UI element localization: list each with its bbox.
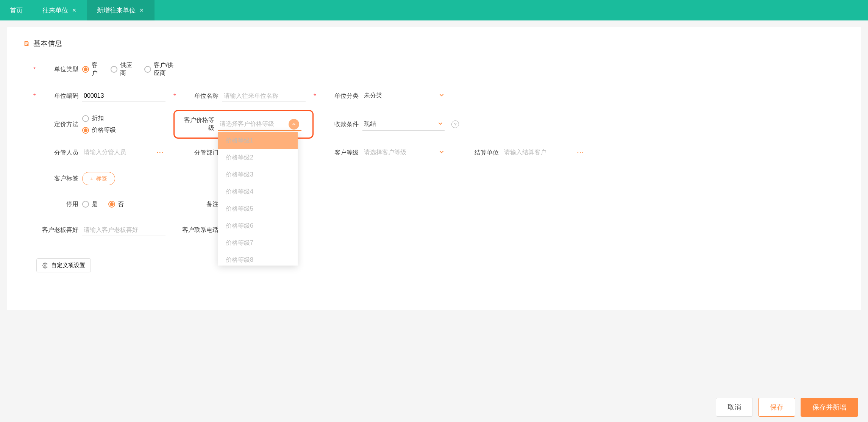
add-tag-button[interactable]: + 标签 — [82, 172, 115, 185]
chevron-down-icon — [438, 148, 445, 157]
price-level-select[interactable]: 请选择客户价格等级 价格等级1 价格等级2 价格等级3 价格等级4 价格等级5 … — [218, 118, 301, 131]
radio-supplier[interactable]: 供应商 — [111, 61, 134, 77]
label-customer-tag: 客户标签 — [39, 175, 78, 183]
manager-input[interactable]: 请输入分管人员 ··· — [82, 146, 165, 159]
tab-add-contact[interactable]: 新增往来单位 ✕ — [87, 0, 155, 20]
section-header: 基本信息 — [23, 39, 845, 48]
label-settle-unit: 结算单位 — [459, 149, 499, 157]
radio-customer[interactable]: 客户 — [82, 61, 100, 77]
more-icon[interactable]: ··· — [157, 149, 164, 156]
label-manager: 分管人员 — [39, 149, 78, 157]
unit-name-input[interactable] — [222, 90, 306, 102]
label-price-level: 客户价格等级 — [175, 116, 214, 132]
dropdown-option[interactable]: 价格等级5 — [218, 200, 298, 217]
tab-label: 新增往来单位 — [97, 6, 136, 15]
label-unit-name: 单位名称 — [179, 92, 219, 100]
tab-contacts[interactable]: 往来单位 ✕ — [33, 0, 87, 20]
radio-price-level[interactable]: 价格等级 — [82, 126, 116, 134]
label-unit-type: 单位类型 — [39, 66, 78, 73]
label-unit-code: 单位编码 — [39, 92, 78, 100]
radio-disabled-yes[interactable]: 是 — [82, 200, 98, 208]
dropdown-option[interactable]: 价格等级3 — [218, 166, 298, 183]
more-icon[interactable]: ··· — [577, 149, 584, 156]
tab-bar: 首页 往来单位 ✕ 新增往来单位 ✕ — [0, 0, 868, 20]
dropdown-option[interactable]: 价格等级6 — [218, 217, 298, 234]
chevron-down-icon — [438, 92, 445, 100]
highlight-box: 客户价格等级 请选择客户价格等级 价格等级1 价格等级2 价格等级3 价格等级4… — [173, 110, 314, 139]
dropdown-option[interactable]: 价格等级1 — [218, 132, 298, 149]
help-icon[interactable]: ? — [451, 120, 459, 128]
label-disabled: 停用 — [39, 200, 78, 208]
plus-icon: + — [90, 175, 94, 182]
tab-label: 首页 — [10, 6, 23, 15]
dropdown-option[interactable]: 价格等级2 — [218, 149, 298, 166]
chevron-up-icon — [289, 119, 299, 130]
boss-pref-input[interactable] — [82, 224, 165, 236]
unit-category-select[interactable]: 未分类 — [362, 89, 446, 102]
settle-unit-input[interactable]: 请输入结算客户 ··· — [503, 146, 586, 159]
dropdown-option[interactable]: 价格等级8 — [218, 252, 298, 266]
note-icon — [23, 40, 30, 47]
label-remark: 备注 — [179, 200, 219, 208]
dropdown-option[interactable]: 价格等级7 — [218, 234, 298, 252]
close-icon[interactable]: ✕ — [139, 6, 145, 14]
label-contact-phone: 客户联系电话 — [179, 226, 219, 234]
radio-disabled-no[interactable]: 否 — [108, 200, 124, 208]
dropdown-option[interactable]: 价格等级4 — [218, 183, 298, 200]
payment-terms-select[interactable]: 现结 — [362, 118, 445, 131]
section-title: 基本信息 — [33, 39, 62, 48]
close-icon[interactable]: ✕ — [71, 6, 77, 14]
tab-home[interactable]: 首页 — [0, 0, 33, 20]
chevron-down-icon — [437, 120, 444, 128]
label-department: 分管部门 — [179, 149, 219, 157]
page-body: 基本信息 单位类型 客户 供应商 客户/供应商 单位编码 单位名称 — [7, 27, 861, 310]
unit-code-input[interactable] — [82, 90, 165, 102]
label-unit-category: 单位分类 — [319, 92, 359, 100]
label-boss-pref: 客户老板喜好 — [39, 226, 78, 234]
radio-discount[interactable]: 折扣 — [82, 114, 116, 122]
gear-icon — [42, 263, 48, 269]
price-level-dropdown: 价格等级1 价格等级2 价格等级3 价格等级4 价格等级5 价格等级6 价格等级… — [218, 132, 298, 266]
label-pricing-method: 定价方法 — [39, 114, 78, 128]
customer-level-select[interactable]: 请选择客户等级 — [362, 146, 446, 159]
tab-label: 往来单位 — [42, 6, 68, 15]
radio-both[interactable]: 客户/供应商 — [144, 61, 179, 77]
label-payment-terms: 收款条件 — [319, 120, 359, 128]
label-customer-level: 客户等级 — [319, 149, 359, 157]
svg-point-0 — [44, 265, 46, 266]
custom-fields-button[interactable]: 自定义项设置 — [36, 258, 91, 272]
